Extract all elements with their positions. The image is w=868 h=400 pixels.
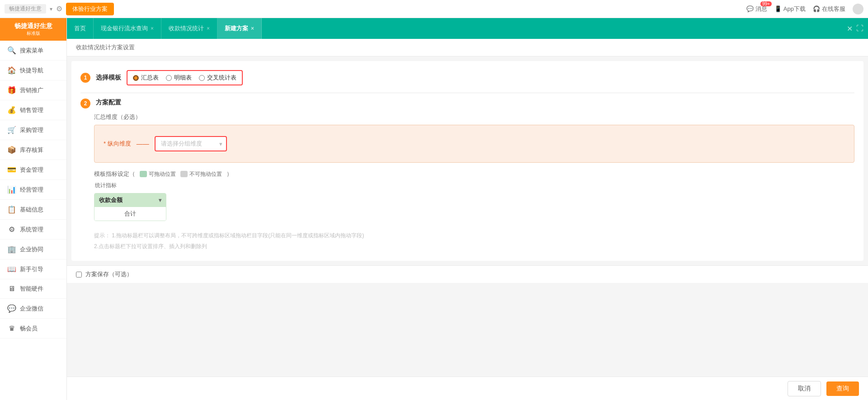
tab-home-label: 首页 [74,24,86,33]
sidebar-item-finance[interactable]: 💳 资金管理 [0,160,66,180]
sidebar-item-base-info[interactable]: 📋 基础信息 [0,200,66,220]
search-menu-icon: 🔍 [7,46,16,55]
sidebar-item-label: 库存核算 [20,146,43,154]
tab-new-plan-close-icon[interactable]: × [251,25,254,32]
corp-icon: 🏢 [7,245,16,254]
sidebar-item-corp[interactable]: 🏢 企业协同 [0,240,66,259]
tab-cashflow-close-icon[interactable]: × [151,25,154,32]
app-download-btn[interactable]: 📱 App下载 [774,5,806,13]
message-badge: 99+ [760,1,772,6]
sidebar-item-label: 基础信息 [20,206,43,214]
sidebar-item-quick-nav[interactable]: 🏠 快捷导航 [0,61,66,80]
sidebar-item-purchase[interactable]: 🛒 采购管理 [0,120,66,140]
gear-icon[interactable]: ⚙ [56,5,62,13]
avatar[interactable] [853,4,863,14]
stat-col-header: 收款金额 [99,196,123,204]
legend-draggable-label: 可拖动位置 [149,170,176,178]
save-row: 方案保存（可选） [67,265,868,283]
sidebar-item-label: 营销推广 [20,86,43,94]
radio-jiaocha[interactable]: 交叉统计表 [199,74,236,82]
tab-receipt-label: 收款情况统计 [169,24,204,33]
vertical-dim-label: * 纵向维度 [104,140,131,148]
sidebar-item-label: 企业微信 [20,305,43,313]
system-icon: ⚙ [7,225,16,234]
sidebar-item-operation[interactable]: 📊 经营管理 [0,180,66,200]
sidebar-item-hardware[interactable]: 🖥 智能硬件 [0,279,66,299]
main-area: 首页 现金银行流水查询 × 收款情况统计 × 新建方案 × ✕ ⛶ 收 [67,18,868,400]
step2-row: 2 方案配置 [80,99,854,108]
step1-row: 1 选择模板 汇总表 明细表 交叉统计表 [80,70,854,85]
sidebar-item-marketing[interactable]: 🎁 营销推广 [0,80,66,100]
sidebar-item-guide[interactable]: 📖 新手引导 [0,259,66,279]
sidebar-item-label: 销售管理 [20,106,43,114]
sidebar-item-sales[interactable]: 💰 销售管理 [0,100,66,120]
tab-cashflow[interactable]: 现金银行流水查询 × [94,18,161,39]
sidebar-item-inventory[interactable]: 📦 库存核算 [0,140,66,160]
tab-bar-actions: ✕ ⛶ [847,24,868,33]
tab-new-plan[interactable]: 新建方案 × [217,18,262,39]
dimension-title: 汇总维度（必选） [94,113,854,121]
sidebar-item-system[interactable]: ⚙ 系统管理 [0,220,66,240]
save-checkbox-label: 方案保存（可选） [85,270,132,278]
sidebar-logo: 畅捷通好生意 标准版 [0,18,66,41]
tab-receipt-stat[interactable]: 收款情况统计 × [161,18,217,39]
radio-huizong-label: 汇总表 [141,74,159,82]
radio-mingxi-input[interactable] [166,75,172,81]
sidebar-item-label: 畅会员 [20,325,38,333]
sales-icon: 💰 [7,106,16,114]
radio-huizong-input[interactable] [133,75,139,81]
form-section: 1 选择模板 汇总表 明细表 交叉统计表 [71,61,863,261]
tip-1: 提示： 1.拖动标题栏可以调整布局，不可跨维度或指标区域拖动栏目字段(只能在同一… [94,230,854,241]
legend-static-box [180,171,188,177]
step1-num: 1 [80,73,90,83]
radio-mingxi-label: 明细表 [174,74,192,82]
sidebar-item-member[interactable]: ♛ 畅会员 [0,319,66,339]
tab-home[interactable]: 首页 [67,18,94,39]
stat-dropdown-icon[interactable]: ▾ [159,197,161,203]
quick-nav-icon: 🏠 [7,66,16,75]
trial-button[interactable]: 体验行业方案 [66,3,114,15]
inventory-icon: 📦 [7,146,16,154]
top-bar: 畅捷通好生意 ▾ ⚙ 体验行业方案 💬 消息 99+ 📱 App下载 🎧 在线客… [0,0,868,18]
cancel-button[interactable]: 取消 [788,381,821,396]
message-btn[interactable]: 💬 消息 99+ [746,5,767,13]
close-window-icon[interactable]: ✕ [847,24,853,33]
sidebar-item-label: 资金管理 [20,166,43,174]
dimension-box: * 纵向维度 —— 请选择分组维度 [94,125,854,163]
tips-section: 提示： 1.拖动标题栏可以调整布局，不可跨维度或指标区域拖动栏目字段(只能在同一… [94,230,854,252]
dim-select[interactable]: 请选择分组维度 [155,136,227,151]
stat-label: 统计指标 [95,182,854,189]
radio-huizong[interactable]: 汇总表 [133,74,159,82]
member-icon: ♛ [7,324,16,333]
tab-receipt-close-icon[interactable]: × [207,25,210,32]
online-service-btn[interactable]: 🎧 在线客服 [813,5,845,13]
legend-draggable: 可拖动位置 [140,170,176,178]
tab-cashflow-label: 现金银行流水查询 [101,24,148,33]
page-header: 收款情况统计方案设置 [67,39,868,56]
query-button[interactable]: 查询 [826,381,859,396]
save-checkbox[interactable] [76,272,82,278]
online-service-label: 在线客服 [822,5,845,13]
step1-label: 选择模板 [96,74,121,82]
stat-table-header[interactable]: 收款金额 ▾ [94,193,166,207]
radio-mingxi[interactable]: 明细表 [166,74,192,82]
operation-icon: 📊 [7,185,16,194]
radio-jiaocha-input[interactable] [199,75,205,81]
sidebar-item-label: 快捷导航 [20,66,43,75]
step2-label: 方案配置 [96,99,121,107]
logo-text: 畅捷通好生意 [14,22,52,30]
dim-select-wrap[interactable]: 请选择分组维度 [155,136,227,151]
logo-sub: 标准版 [14,30,52,37]
stat-table: 收款金额 ▾ 合计 [94,193,166,221]
breadcrumb-dropdown-icon[interactable]: ▾ [50,6,52,12]
tip-2: 2.点击标题栏下拉可设置排序、插入列和删除列 [94,241,854,252]
sidebar-item-search-menu[interactable]: 🔍 搜索菜单 [0,41,66,61]
tab-new-plan-label: 新建方案 [225,24,248,33]
maximize-icon[interactable]: ⛶ [856,24,863,33]
indicator-title-suffix: ） [226,170,232,178]
sidebar-item-label: 智能硬件 [20,285,43,293]
radio-jiaocha-label: 交叉统计表 [207,74,236,82]
dimension-subsection: 汇总维度（必选） * 纵向维度 —— 请选择分组维度 [94,113,854,163]
legend-draggable-box [140,171,147,177]
sidebar-item-wechat[interactable]: 💬 企业微信 [0,299,66,319]
